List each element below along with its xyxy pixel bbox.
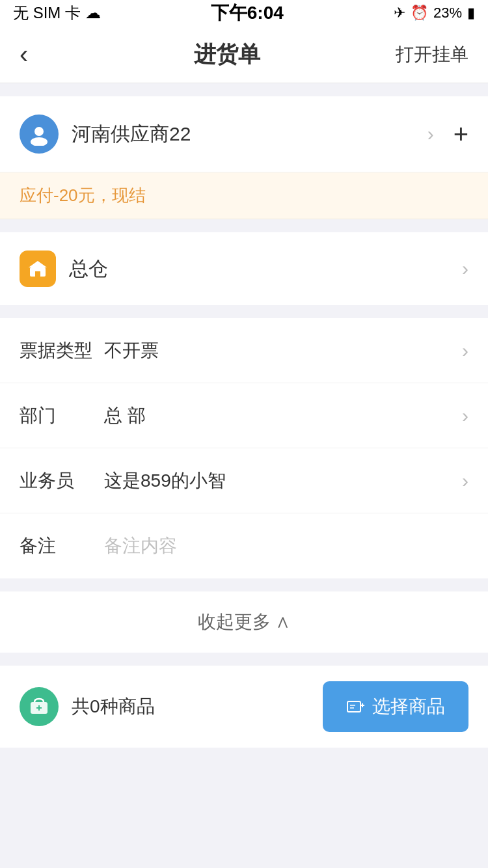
warehouse-section[interactable]: 总仓 ›	[0, 232, 488, 305]
remark-label: 备注	[20, 534, 104, 558]
warehouse-row[interactable]: 总仓 ›	[0, 232, 488, 305]
product-count: 共0种商品	[72, 694, 310, 719]
salesman-label: 业务员	[20, 468, 104, 493]
salesman-chevron-icon: ›	[462, 470, 468, 492]
svg-rect-4	[35, 271, 40, 277]
invoice-type-label: 票据类型	[20, 338, 104, 363]
warehouse-chevron-icon: ›	[462, 258, 468, 280]
status-right: ✈ ⏰ 23% ▮	[394, 5, 475, 21]
product-icon	[20, 687, 59, 726]
page-title: 进货单	[194, 40, 260, 70]
svg-rect-8	[347, 701, 360, 712]
status-bar: 无 SIM 卡 ☁ 下午6:04 ✈ ⏰ 23% ▮	[0, 0, 488, 26]
svg-marker-3	[29, 261, 47, 267]
invoice-type-row[interactable]: 票据类型 不开票 ›	[0, 318, 488, 383]
bottom-bar: 共0种商品 选择商品	[0, 666, 488, 748]
remark-row[interactable]: 备注 备注内容	[0, 513, 488, 578]
status-time: 下午6:04	[211, 1, 284, 25]
alarm-icon: ⏰	[411, 5, 428, 21]
remark-input[interactable]: 备注内容	[104, 534, 468, 558]
battery-text: 23%	[433, 5, 462, 21]
supplier-notice: 应付-20元，现结	[0, 172, 488, 219]
status-left: 无 SIM 卡 ☁	[13, 3, 101, 23]
department-row[interactable]: 部门 总 部 ›	[0, 383, 488, 448]
supplier-row[interactable]: 河南供应商22 › +	[0, 96, 488, 172]
salesman-row[interactable]: 业务员 这是859的小智 ›	[0, 448, 488, 513]
battery-icon: ▮	[467, 5, 475, 21]
supplier-chevron-icon: ›	[427, 123, 434, 145]
select-product-label: 选择商品	[372, 694, 445, 719]
department-value: 总 部	[104, 403, 462, 428]
location-icon: ✈	[394, 5, 405, 21]
salesman-value: 这是859的小智	[104, 468, 462, 493]
svg-point-0	[34, 127, 44, 136]
svg-point-1	[31, 137, 47, 146]
collapse-button[interactable]: 收起更多 ∧	[0, 591, 488, 653]
warehouse-name: 总仓	[69, 256, 462, 282]
sim-signal: 无 SIM 卡 ☁	[13, 3, 101, 23]
supplier-section: 河南供应商22 › + 应付-20元，现结	[0, 96, 488, 219]
department-chevron-icon: ›	[462, 405, 468, 427]
supplier-avatar	[20, 115, 59, 154]
add-supplier-button[interactable]: +	[454, 120, 468, 149]
invoice-type-chevron-icon: ›	[462, 340, 468, 362]
invoice-type-value: 不开票	[104, 338, 462, 363]
nav-bar: ‹ 进货单 打开挂单	[0, 26, 488, 83]
content-area: 河南供应商22 › + 应付-20元，现结 总仓 › 票据类型 不开票 ›	[0, 96, 488, 748]
back-button[interactable]: ‹	[20, 40, 59, 69]
supplier-name: 河南供应商22	[72, 121, 427, 148]
open-pending-button[interactable]: 打开挂单	[396, 42, 468, 67]
form-section: 票据类型 不开票 › 部门 总 部 › 业务员 这是859的小智 › 备注 备注…	[0, 318, 488, 578]
department-label: 部门	[20, 403, 104, 428]
select-product-button[interactable]: 选择商品	[323, 681, 468, 732]
warehouse-icon	[20, 251, 56, 287]
